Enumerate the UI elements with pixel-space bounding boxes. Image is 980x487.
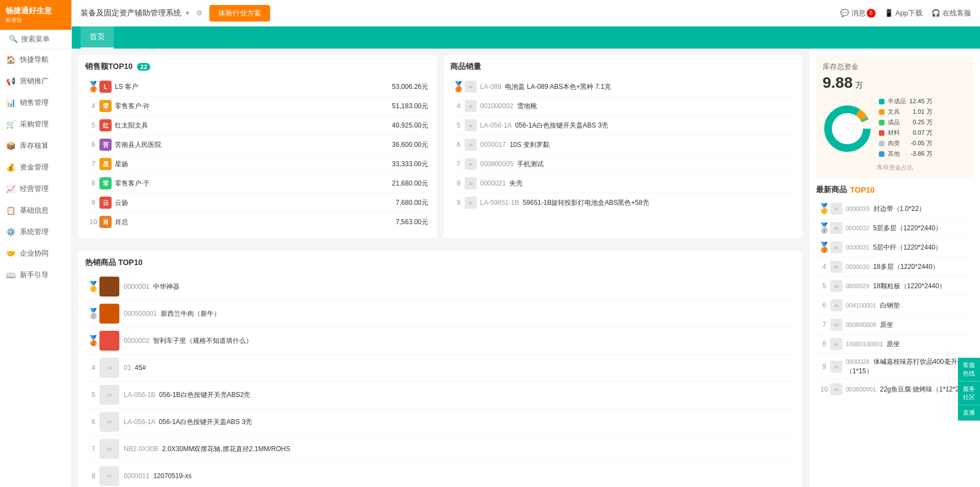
product-img-placeholder: Ai — [465, 139, 477, 151]
sidebar-search[interactable]: 🔍 搜索菜单 — [0, 30, 71, 49]
list-item: 4 Ai 0000030 18多层（1220*2440） — [816, 257, 973, 277]
logo-title: 畅捷通好生意 — [6, 6, 66, 17]
medal-bronze-icon: 🥉 — [818, 241, 830, 253]
product-code-name: 0000017 10S 变刹罗氄 — [480, 140, 793, 150]
product-img-placeholder: Ai — [99, 412, 119, 432]
list-item: 7 Ai 000800008 原坐 — [816, 315, 973, 335]
legend-value: 1.01 万 — [913, 108, 932, 116]
product-code-name: 000800005 手机测试 — [480, 160, 793, 169]
gear-icon[interactable]: ⚙ — [196, 9, 203, 17]
trial-button[interactable]: 体验行业方案 — [209, 5, 270, 22]
list-item: 7 Ai NB2.0X30B 2.0X30MM双摆花轴,摆花直径2.1MM/RO… — [85, 436, 795, 463]
medal-silver-icon: 🥈 — [818, 222, 830, 234]
list-item: 🥇 Ai 0000033 封边带（1.0*22） — [816, 199, 973, 219]
table-row: 🥉 Ai LA-089 电池盖 LA-089 ABS本色+黑种 7.1克 — [450, 77, 795, 97]
donut-wrapper: 半成品 12.45 万 文具 1.01 万 成品 0.25 万 材料 0.07 … — [823, 97, 967, 160]
svg-point-4 — [832, 113, 863, 144]
inventory-value: 9.88 — [823, 74, 853, 92]
sidebar-item-5[interactable]: 💰资金管理 — [0, 157, 71, 178]
legend-name: 材料 — [888, 129, 909, 137]
customer-name: LS 客户 — [115, 82, 392, 92]
phone-icon: 📱 — [884, 9, 893, 17]
hot-product-name: LA-056-1B 056-1B白色按键开关壳ABS2壳 — [124, 390, 793, 400]
legend-value: -3.86 万 — [910, 150, 932, 158]
table-row: 9 Ai LA-59651-1B 59651-1B旋转投影灯电池盒ABS黑色+5… — [450, 193, 795, 212]
right-panel: 库存总资金 9.88 万 半成品 12.45 万 — [809, 49, 980, 487]
dropdown-icon[interactable]: ▾ — [186, 9, 189, 17]
sidebar-icon-6: 📈 — [6, 184, 15, 194]
customer-value: 21,680.00元 — [392, 179, 428, 188]
product-thumbnail — [99, 304, 119, 324]
sidebar-item-1[interactable]: 📢营销推广 — [0, 71, 71, 92]
hot-product-name: 0000002 智利车子里（规格不知道填什么） — [124, 336, 793, 346]
online-service-button[interactable]: 🎧 在线客服 — [931, 8, 971, 18]
sidebar-item-7[interactable]: 📋基础信息 — [0, 200, 71, 221]
newest-product-name: 000800008 原坐 — [846, 320, 971, 330]
sidebar-item-2[interactable]: 📊销售管理 — [0, 92, 71, 114]
nav-tab: 首页 — [72, 27, 980, 49]
sidebar-item-9[interactable]: 🤝企业协同 — [0, 243, 71, 264]
content: 销售额TOP10 22 🥉 L LS 客户 53,006.26元 4 零 零售客… — [72, 49, 980, 487]
list-item: 🥇 0000001 中华神器 — [85, 273, 795, 300]
float-buttons: 客服 热线服务 社区直播 — [958, 358, 980, 421]
top-products-title: 商品销量 — [450, 62, 795, 72]
table-row: 7 Ai 000800005 手机测试 — [450, 155, 795, 174]
sidebar-icon-5: 💰 — [6, 162, 15, 172]
legend-name: 成品 — [888, 118, 909, 126]
product-img-placeholder: Ai — [99, 358, 119, 378]
legend-color — [879, 141, 884, 146]
topbar-system: 装备及固定资产辅助管理系统 ▾ ⚙ 体验行业方案 — [81, 5, 840, 22]
list-item: 6 Ai LA-056-1A 056-1A白色按键开关盖ABS 3壳 — [85, 409, 795, 436]
sidebar-icon-2: 📊 — [6, 98, 15, 108]
newest-product-name: 0000031 5层中纤（1220*2440） — [846, 243, 971, 252]
legend-color — [879, 151, 884, 157]
main-area: 装备及固定资产辅助管理系统 ▾ ⚙ 体验行业方案 💬 消息 6 📱 App下载 … — [72, 0, 980, 487]
sidebar-item-8[interactable]: ⚙️系统管理 — [0, 221, 71, 243]
topbar-right: 💬 消息 6 📱 App下载 🎧 在线客服 — [840, 8, 971, 18]
table-row: 10 肖 肖总 7,563.00元 — [85, 213, 430, 231]
float-button-1[interactable]: 服务 社区 — [958, 382, 980, 405]
inventory-label: 库存总资金 — [823, 62, 967, 72]
message-button[interactable]: 💬 消息 6 — [840, 8, 876, 18]
legend-name: 肉类 — [888, 139, 907, 147]
sidebar-icon-7: 📋 — [6, 205, 15, 215]
avatar: L — [99, 81, 112, 93]
legend-color — [879, 120, 884, 125]
sidebar-item-6[interactable]: 📈经营管理 — [0, 178, 71, 200]
legend-color — [879, 99, 884, 104]
customers-badge: 22 — [137, 63, 150, 71]
legend-color — [879, 130, 884, 136]
customer-value: 7,680.00元 — [396, 198, 428, 208]
sidebar-item-4[interactable]: 📦库存核算 — [0, 135, 71, 157]
product-img-placeholder: Ai — [465, 81, 477, 93]
list-item: 8 Ai 0000011 12070519-xs — [85, 463, 795, 487]
sidebar-item-10[interactable]: 📖新手引导 — [0, 264, 71, 286]
content-main: 销售额TOP10 22 🥉 L LS 客户 53,006.26元 4 零 零售客… — [72, 49, 809, 487]
table-row: 8 零 零售客户·于 21,680.00元 — [85, 174, 430, 193]
legend-item: 其他 -3.86 万 — [879, 150, 932, 158]
app-download-button[interactable]: 📱 App下载 — [884, 8, 923, 18]
legend-name: 文具 — [888, 108, 909, 116]
customer-name: 苦南县人民医院 — [115, 140, 392, 150]
table-row: 9 云 云扬 7,680.00元 — [85, 193, 430, 213]
float-button-2[interactable]: 直播 — [958, 405, 980, 421]
sidebar-item-3[interactable]: 🛒采购管理 — [0, 114, 71, 135]
product-img-placeholder: Ai — [830, 361, 842, 373]
tab-home[interactable]: 首页 — [81, 27, 114, 49]
float-button-0[interactable]: 客服 热线 — [958, 358, 980, 382]
customer-value: 51,183.00元 — [392, 102, 428, 111]
list-item: 5 Ai LA-056-1B 056-1B白色按键开关壳ABS2壳 — [85, 382, 795, 409]
product-img-placeholder: Ai — [465, 197, 477, 209]
product-code-name: LA-056-1A 056-1A白色按键开关盖ABS 3壳 — [480, 121, 793, 130]
sidebar-icon-0: 🏠 — [6, 55, 15, 65]
inventory-unit: 万 — [855, 81, 863, 91]
sidebar-item-0[interactable]: 🏠快捷导航 — [0, 49, 71, 71]
hot-product-name: NB2.0X30B 2.0X30MM双摆花轴,摆花直径2.1MM/ROHS — [124, 444, 793, 454]
newest-product-name: 003800001 22g鱼豆腐·烧烤味（1*12*20） — [846, 385, 971, 394]
top-products-panel: 商品销量 🥉 Ai LA-089 电池盖 LA-089 ABS本色+黑种 7.1… — [444, 55, 802, 238]
table-row: 6 Ai 0000017 10S 变刹罗氄 — [450, 135, 795, 155]
legend-item: 成品 0.25 万 — [879, 118, 932, 126]
sidebar-icon-8: ⚙️ — [6, 227, 15, 237]
sidebar-icon-1: 📢 — [6, 76, 15, 86]
product-code-name: LA-59651-1B 59651-1B旋转投影灯电池盒ABS黑色+58壳 — [480, 198, 793, 208]
